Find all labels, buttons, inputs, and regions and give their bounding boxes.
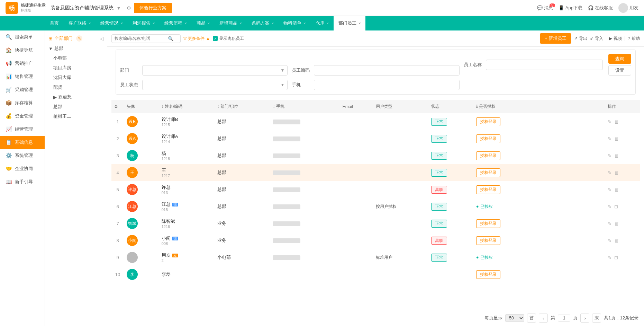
user-avatar-btn[interactable]: 用友 bbox=[618, 3, 638, 13]
delete-icon[interactable]: 🗑 bbox=[614, 238, 619, 243]
close-icon[interactable]: × bbox=[153, 21, 155, 25]
edit-icon[interactable]: ✎ bbox=[608, 221, 611, 226]
close-icon[interactable]: × bbox=[184, 21, 187, 25]
auth-btn[interactable]: 授权登录 bbox=[476, 168, 500, 177]
show-resigned-toggle[interactable]: ✓ 显示离职员工 bbox=[213, 36, 244, 42]
close-icon[interactable]: × bbox=[120, 21, 123, 25]
dept-item-electronics[interactable]: 小电部 bbox=[45, 53, 107, 63]
dept-item-projectroom[interactable]: 项目库房 bbox=[45, 63, 107, 73]
search-icon[interactable]: 🔍 bbox=[168, 36, 173, 41]
delete-icon[interactable]: ⊡ bbox=[614, 204, 618, 209]
auth-btn[interactable]: 授权登录 bbox=[476, 134, 500, 143]
prev-page-btn[interactable]: ‹ bbox=[539, 314, 548, 323]
next-page-btn[interactable]: › bbox=[580, 314, 589, 323]
close-icon[interactable]: × bbox=[239, 21, 242, 25]
dept-item-plant[interactable]: 植树王二 bbox=[45, 112, 107, 121]
trial-button[interactable]: 体验行业方案 bbox=[134, 3, 172, 13]
name-filter-input[interactable] bbox=[486, 60, 603, 70]
last-page-btn[interactable]: 末 bbox=[592, 314, 601, 323]
sidebar-item-finance[interactable]: 💰 资金管理 bbox=[0, 109, 45, 123]
first-page-btn[interactable]: 首 bbox=[527, 314, 536, 323]
sidebar-item-operation[interactable]: 📈 经营管理 bbox=[0, 123, 45, 136]
export-btn[interactable]: ↗ 导出 bbox=[574, 36, 587, 42]
close-icon[interactable]: × bbox=[327, 21, 329, 25]
delete-icon[interactable]: 🗑 bbox=[614, 221, 619, 226]
close-icon[interactable]: × bbox=[208, 21, 210, 25]
dept-item-shenyang[interactable]: 沈阳大库 bbox=[45, 73, 107, 82]
auth-btn[interactable]: 授权登录 bbox=[476, 151, 500, 160]
more-filter-btn[interactable]: ▽ 更多条件 ▲ bbox=[183, 36, 210, 42]
import-btn[interactable]: ↙ 导入 bbox=[590, 36, 603, 42]
delete-icon[interactable]: 🗑 bbox=[614, 187, 619, 192]
dept-item-headquarters[interactable]: ▼ 总部 bbox=[45, 44, 107, 53]
sidebar-item-purchase[interactable]: 🛒 采购管理 bbox=[0, 83, 45, 96]
close-icon[interactable]: × bbox=[359, 21, 361, 25]
status-filter-select[interactable]: ▼ bbox=[142, 80, 288, 90]
query-btn[interactable]: 查询 bbox=[608, 54, 631, 64]
tab-add-goods[interactable]: 新增商品 × bbox=[215, 16, 246, 30]
app-download-btn[interactable]: 📱 App下载 bbox=[559, 5, 582, 11]
settings-icon[interactable]: ⚙ bbox=[127, 5, 131, 11]
close-icon[interactable]: × bbox=[272, 21, 274, 25]
help-btn[interactable]: ? 帮助 bbox=[628, 36, 640, 42]
edit-icon[interactable]: ✎ bbox=[608, 153, 611, 158]
sidebar-item-nav[interactable]: 🏠 快捷导航 bbox=[0, 44, 45, 57]
online-service-btn[interactable]: 🎧 在线客服 bbox=[588, 5, 613, 11]
tab-business[interactable]: 经营情况 × bbox=[96, 16, 127, 30]
edit-icon[interactable]: ✎ bbox=[608, 204, 611, 209]
add-employee-btn[interactable]: + 新增员工 bbox=[540, 33, 571, 44]
sidebar-item-search[interactable]: 🔍 搜索菜单 bbox=[0, 30, 45, 44]
dept-filter-select[interactable]: ▼ bbox=[142, 65, 288, 76]
auth-btn[interactable]: 授权登录 bbox=[476, 270, 500, 279]
auth-btn[interactable]: 授权登录 bbox=[476, 219, 500, 228]
system-title-arrow[interactable]: ▼ bbox=[116, 5, 121, 11]
edit-icon[interactable]: ✎ bbox=[608, 255, 611, 260]
col-phone[interactable]: ↕ 手机 bbox=[270, 100, 339, 113]
sidebar-item-marketing[interactable]: 📢 营销推广 bbox=[0, 57, 45, 70]
search-box[interactable]: 🔍 bbox=[111, 34, 181, 43]
delete-icon[interactable]: 🗑 bbox=[614, 136, 619, 141]
close-icon[interactable]: × bbox=[303, 21, 306, 25]
phone-filter-input[interactable] bbox=[314, 80, 459, 90]
view-btn[interactable]: ▶ 视频 bbox=[609, 36, 622, 42]
tab-warehouse[interactable]: 仓库 × bbox=[311, 16, 334, 30]
col-dept[interactable]: ↕ 部门/职位 bbox=[215, 100, 270, 113]
dept-edit-icon[interactable]: ✎ bbox=[76, 35, 82, 42]
edit-icon[interactable]: ✎ bbox=[608, 119, 611, 124]
code-filter-input[interactable] bbox=[314, 65, 459, 76]
page-number-input[interactable] bbox=[558, 315, 570, 321]
edit-icon[interactable]: ✎ bbox=[608, 187, 611, 192]
tab-goods[interactable]: 商品 × bbox=[192, 16, 215, 30]
edit-icon[interactable]: ✎ bbox=[608, 238, 611, 243]
sidebar-item-basic[interactable]: 📋 基础信息 bbox=[0, 136, 45, 149]
tab-process[interactable]: 经营历程 × bbox=[160, 16, 191, 30]
edit-icon[interactable]: ✎ bbox=[608, 170, 611, 175]
close-icon[interactable]: × bbox=[89, 21, 91, 25]
sidebar-item-sales[interactable]: 📊 销售管理 bbox=[0, 70, 45, 83]
delete-icon[interactable]: 🗑 bbox=[614, 170, 619, 175]
edit-icon[interactable]: ✎ bbox=[608, 136, 611, 141]
delete-icon[interactable]: 🗑 bbox=[614, 153, 619, 158]
auth-btn[interactable]: 授权登录 bbox=[476, 236, 500, 245]
reset-btn[interactable]: 设置 bbox=[608, 65, 631, 76]
sidebar-item-collab[interactable]: 🤝 企业协同 bbox=[0, 162, 45, 175]
dept-item-double[interactable]: ▶ 双虐想 bbox=[45, 92, 107, 102]
tab-home[interactable]: 首页 bbox=[45, 16, 64, 30]
tab-employee[interactable]: 部门员工 × bbox=[334, 16, 365, 30]
delete-icon[interactable]: 🗑 bbox=[614, 119, 619, 124]
tab-customer[interactable]: 客户联络 × bbox=[64, 16, 96, 30]
search-input[interactable] bbox=[115, 36, 166, 41]
col-settings[interactable]: ⚙ bbox=[111, 100, 124, 113]
tab-profit[interactable]: 利润报告 × bbox=[128, 16, 160, 30]
col-name[interactable]: ↕ 姓名/编码 bbox=[159, 100, 215, 113]
tab-barcode[interactable]: 条码方案 × bbox=[247, 16, 279, 30]
dept-item-headquarters2[interactable]: 总部 bbox=[45, 102, 107, 112]
dept-item-distribution[interactable]: 配货 bbox=[45, 82, 107, 92]
sidebar-item-inventory[interactable]: 📦 库存核算 bbox=[0, 96, 45, 109]
collapse-tree-btn[interactable]: ◁ bbox=[100, 36, 103, 41]
tab-bom[interactable]: 物料清单 × bbox=[279, 16, 310, 30]
sidebar-item-system[interactable]: ⚙️ 系统管理 bbox=[0, 149, 45, 162]
auth-btn[interactable]: 授权登录 bbox=[476, 185, 500, 194]
delete-icon[interactable]: ⊡ bbox=[614, 255, 618, 260]
auth-btn[interactable]: 授权登录 bbox=[476, 117, 500, 126]
